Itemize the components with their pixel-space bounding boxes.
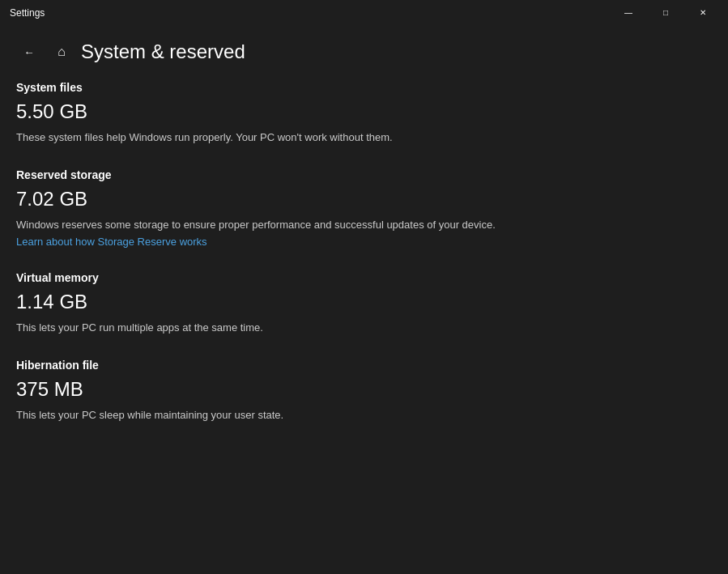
close-icon: ✕	[700, 9, 706, 17]
close-button[interactable]: ✕	[684, 0, 722, 26]
minimize-button[interactable]: —	[610, 0, 647, 26]
system-files-section: System files 5.50 GB These system files …	[16, 81, 712, 146]
page-header: ← ⌂ System & reserved	[0, 26, 728, 81]
system-files-description: These system files help Windows run prop…	[16, 130, 567, 146]
back-icon: ←	[23, 46, 34, 58]
title-bar-left: Settings	[10, 7, 45, 19]
home-icon: ⌂	[53, 44, 70, 60]
hibernation-file-size: 375 MB	[16, 378, 712, 401]
virtual-memory-section: Virtual memory 1.14 GB This lets your PC…	[16, 271, 712, 336]
reserved-storage-size: 7.02 GB	[16, 188, 712, 210]
content-area: System files 5.50 GB These system files …	[0, 81, 728, 423]
hibernation-file-description: This lets your PC sleep while maintainin…	[16, 407, 567, 423]
title-bar: Settings — □ ✕	[0, 0, 728, 26]
system-files-title: System files	[16, 81, 712, 94]
virtual-memory-size: 1.14 GB	[16, 291, 712, 313]
title-bar-title: Settings	[10, 7, 45, 19]
storage-reserve-link[interactable]: Learn about how Storage Reserve works	[16, 236, 207, 248]
title-bar-controls: — □ ✕	[610, 0, 722, 26]
reserved-storage-section: Reserved storage 7.02 GB Windows reserve…	[16, 168, 712, 249]
virtual-memory-description: This lets your PC run multiple apps at t…	[16, 320, 567, 336]
virtual-memory-title: Virtual memory	[16, 271, 712, 284]
maximize-icon: □	[663, 9, 668, 17]
system-files-size: 5.50 GB	[16, 100, 712, 123]
hibernation-file-title: Hibernation file	[16, 359, 712, 372]
back-button[interactable]: ←	[16, 39, 42, 65]
maximize-button[interactable]: □	[647, 0, 684, 26]
minimize-icon: —	[624, 9, 632, 17]
hibernation-file-section: Hibernation file 375 MB This lets your P…	[16, 359, 712, 423]
page-title: System & reserved	[81, 40, 245, 63]
reserved-storage-description: Windows reserves some storage to ensure …	[16, 217, 567, 233]
reserved-storage-title: Reserved storage	[16, 168, 712, 181]
